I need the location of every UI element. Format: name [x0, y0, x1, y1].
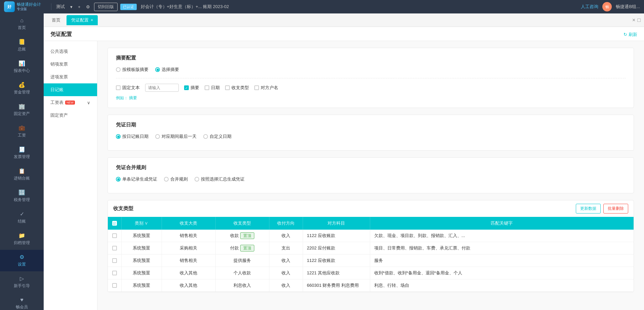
- tab-home[interactable]: 首页: [47, 15, 65, 25]
- logo-area: 好 畅捷通好会计 专业版: [4, 1, 48, 12]
- batch-delete-button[interactable]: 批量删除: [603, 204, 628, 214]
- sidebar-label-tax: 税务管理: [14, 197, 30, 203]
- sidebar-item-assets[interactable]: 🏢 固定资产: [0, 99, 44, 121]
- row2-check[interactable]: [108, 242, 121, 255]
- maximize-window-button[interactable]: □: [637, 17, 641, 23]
- left-menu-item-purchase-invoice[interactable]: 进项发票: [44, 71, 97, 83]
- checkbox-type-label: 收支类型: [231, 85, 249, 91]
- sidebar-item-home[interactable]: ⌂ 首页: [0, 13, 44, 35]
- sidebar-item-salary[interactable]: 💼 工资: [0, 121, 44, 142]
- checkbox-type-box: [225, 85, 230, 90]
- page-header: 凭证配置 ↻ 刷新: [44, 27, 644, 41]
- row4-big-category: 收入其他: [162, 267, 215, 279]
- radio-by-selection[interactable]: 按照选择汇总生成凭证: [195, 176, 245, 182]
- checkbox-counterparty-box: [254, 85, 259, 90]
- row1-counter-account: 1122 应收账款: [303, 230, 370, 242]
- left-menu-item-payroll[interactable]: 工资表 NEW ∨: [44, 96, 97, 109]
- sidebar-item-settle[interactable]: ✓ 结账: [0, 207, 44, 228]
- sidebar-item-archive[interactable]: 📁 归档管理: [0, 228, 44, 250]
- gear-icon[interactable]: ⚙: [85, 4, 91, 10]
- th-check[interactable]: ☑: [108, 217, 121, 230]
- checkbox-counterparty[interactable]: 对方户名: [254, 85, 278, 91]
- row3-check[interactable]: [108, 255, 121, 267]
- customer-service-link[interactable]: 人工咨询: [581, 4, 598, 10]
- row1-keyword: 欠款、现金、项目款、到款、报销款、汇入、...: [370, 230, 634, 242]
- row5-category: 系统预置: [121, 279, 162, 292]
- sidebar-label-home: 首页: [18, 25, 26, 31]
- checkbox-type[interactable]: 收支类型: [225, 85, 249, 91]
- row4-keyword: 收到*借款、收到*备用金、退回*备用金、个人: [370, 267, 634, 279]
- sidebar-item-tax[interactable]: 🔢 税务管理: [0, 185, 44, 207]
- tab-voucher-config[interactable]: 凭证配置 ×: [67, 15, 98, 25]
- row1-direction: 收入: [269, 230, 303, 242]
- row2-type: 付款 置顶: [215, 242, 269, 255]
- radio-single[interactable]: 单条记录生成凭证: [116, 176, 157, 182]
- left-menu-item-fixed-assets[interactable]: 固定资产: [44, 109, 97, 122]
- sidebar-item-ledger[interactable]: 📒 总账: [0, 35, 44, 56]
- radio-select[interactable]: 选择摘要: [155, 67, 179, 73]
- tab-bar: 首页 凭证配置 × × □: [44, 13, 644, 27]
- row3-category: 系统预置: [121, 255, 162, 267]
- row2-tag[interactable]: 置顶: [240, 245, 254, 251]
- row4-check[interactable]: [108, 267, 121, 279]
- row5-direction: 收入: [269, 279, 303, 292]
- refresh-button[interactable]: ↻ 刷新: [624, 32, 637, 38]
- left-menu-item-public[interactable]: 公共选项: [44, 45, 97, 58]
- th-category[interactable]: 类别 ∨: [121, 217, 162, 230]
- ledger-icon: 📒: [18, 39, 25, 45]
- test-label[interactable]: 测试: [55, 3, 66, 10]
- row3-keyword: 服务: [370, 255, 634, 267]
- assets-icon: 🏢: [18, 103, 25, 110]
- radio-journal-date[interactable]: 按日记账日期: [116, 133, 148, 140]
- income-expense-table: ☑ 类别 ∨ 收支大类 收支类型 收付方向 对方科目 匹配关键字: [108, 217, 634, 292]
- tab-home-label: 首页: [52, 17, 60, 23]
- checkbox-fixed-text[interactable]: 固定文本: [116, 85, 140, 91]
- table-header-row: 收支类型 更新数据 批量删除: [108, 200, 634, 217]
- row1-tag[interactable]: 置顶: [240, 232, 254, 239]
- select-all-checkbox[interactable]: ☑: [112, 221, 117, 226]
- radio-merge[interactable]: 合并规则: [164, 176, 188, 182]
- invoices-icon: 🧾: [18, 146, 25, 153]
- switch-version-button[interactable]: 切到旧版: [94, 3, 118, 11]
- sidebar-label-archive: 归档管理: [14, 240, 30, 246]
- sidebar-label-member: 畅会员: [16, 304, 28, 310]
- row1-big-category: 销售相关: [162, 230, 215, 242]
- sidebar-label-settings: 设置: [18, 262, 26, 267]
- row5-counter-account: 660301 财务费用 利息费用: [303, 279, 370, 292]
- checkbox-summary[interactable]: ✓ 摘要: [184, 85, 199, 91]
- radio-template[interactable]: 按模板版摘要: [116, 67, 148, 73]
- row5-keyword: 利息、行转、场自: [370, 279, 634, 292]
- left-menu-item-journal[interactable]: 日记账: [44, 83, 97, 96]
- refresh-icon: ↻: [624, 32, 627, 37]
- row4-category: 系统预置: [121, 267, 162, 279]
- sidebar-item-reports[interactable]: 📊 报表中心: [0, 56, 44, 78]
- table-body: 系统预置 销售相关 收款 置顶 收入 1122 应收账款 欠款、现金、项目款、到…: [108, 230, 634, 292]
- left-menu: 公共选项 销项发票 进项发票 日记账 工资表 NEW: [44, 41, 97, 310]
- fixed-text-input[interactable]: [145, 84, 179, 92]
- radio-period-last[interactable]: 对应期间最后一天: [155, 133, 197, 140]
- row5-check[interactable]: [108, 279, 121, 292]
- chevron-down-icon[interactable]: ▾: [69, 4, 74, 10]
- radio-template-label: 按模板版摘要: [122, 67, 148, 73]
- checkbox-date[interactable]: 日期: [205, 85, 220, 91]
- sidebar-item-funds[interactable]: 💰 资金管理: [0, 78, 44, 99]
- tab-close-icon[interactable]: ×: [91, 18, 93, 23]
- close-window-button[interactable]: ×: [632, 17, 635, 23]
- radio-custom-date[interactable]: 自定义日期: [203, 133, 231, 140]
- sidebar-item-settings[interactable]: ⚙ 设置: [0, 250, 44, 271]
- refresh-label: 刷新: [629, 32, 637, 38]
- th-type: 收支类型: [215, 217, 269, 230]
- row1-check[interactable]: [108, 230, 121, 242]
- sidebar-item-member[interactable]: ♥ 畅会员: [0, 293, 44, 310]
- checkbox-fixed-text-box: [116, 85, 121, 90]
- avatar[interactable]: 畅: [602, 2, 612, 11]
- sidebar-item-sales[interactable]: 📋 进销台账: [0, 164, 44, 185]
- update-data-button[interactable]: 更新数据: [576, 204, 601, 214]
- left-menu-item-sales-invoice[interactable]: 销项发票: [44, 58, 97, 71]
- add-icon[interactable]: +: [77, 4, 82, 10]
- tab-actions: × □: [632, 17, 641, 23]
- th-direction: 收付方向: [269, 217, 303, 230]
- voucher-date-title: 凭证日期: [116, 122, 626, 128]
- sidebar-item-guide[interactable]: ▷ 新手引导: [0, 271, 44, 293]
- sidebar-item-invoices[interactable]: 🧾 发票管理: [0, 142, 44, 164]
